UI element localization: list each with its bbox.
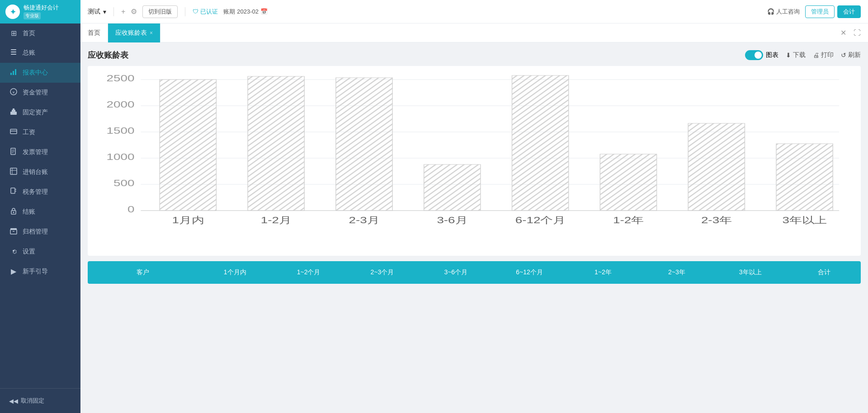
- invoices-icon: [9, 148, 18, 157]
- sidebar-item-guide[interactable]: ▶ 新手引导: [0, 262, 80, 281]
- add-icon[interactable]: +: [121, 8, 125, 16]
- tab-close-icon[interactable]: ×: [150, 30, 153, 36]
- sidebar-item-salary[interactable]: 工资: [0, 122, 80, 142]
- tab-home[interactable]: 首页: [80, 23, 108, 42]
- download-icon: ⬇: [786, 52, 791, 59]
- sidebar-item-home[interactable]: ⊞ 首页: [0, 23, 80, 43]
- sidebar-item-settings[interactable]: 设置: [0, 242, 80, 262]
- guide-icon: ▶: [9, 267, 18, 276]
- cancel-fixed-btn[interactable]: ◀◀ 取消固定: [0, 393, 80, 408]
- sidebar-item-label: 固定资产: [23, 108, 48, 117]
- svg-rect-0: [11, 49, 16, 50]
- refresh-btn[interactable]: ↺ 刷新: [841, 51, 861, 59]
- funds-icon: ¥: [9, 88, 18, 97]
- close-panel-icon[interactable]: ✕: [839, 27, 848, 39]
- svg-text:6-12个月: 6-12个月: [515, 215, 566, 225]
- chevron-down-icon: ▾: [103, 8, 106, 15]
- svg-text:¥: ¥: [12, 90, 15, 94]
- sidebar-item-label: 设置: [23, 248, 35, 256]
- svg-text:1-2月: 1-2月: [261, 215, 292, 225]
- sidebar-item-label: 首页: [23, 29, 35, 38]
- sidebar-item-invoices[interactable]: 发票管理: [0, 142, 80, 162]
- period-info: 账期 2023-02 📅: [223, 8, 268, 16]
- accountant-btn[interactable]: 会计: [837, 5, 861, 18]
- sidebar-item-label: 总账: [23, 49, 35, 57]
- tabs-right: ✕ ⛶: [839, 27, 868, 39]
- table-container: 客户1个月内1~2个月2~3个月3~6个月6~12个月1~2年2~3年3年以上合…: [88, 261, 861, 284]
- divider-2: [185, 7, 185, 16]
- cancel-fixed-icon: ◀◀: [9, 398, 18, 404]
- svg-text:1月内: 1月内: [172, 215, 204, 225]
- svg-rect-45: [512, 75, 569, 211]
- sidebar-item-reports[interactable]: 报表中心: [0, 63, 80, 83]
- tax-icon: [9, 188, 18, 197]
- svg-rect-5: [15, 69, 16, 75]
- manager-btn[interactable]: 管理员: [805, 5, 835, 18]
- sidebar-item-close[interactable]: 结账: [0, 202, 80, 222]
- print-btn[interactable]: 🖨 打印: [813, 51, 834, 59]
- logo-icon: ✦: [5, 5, 20, 19]
- ledger-icon: [9, 48, 18, 57]
- topbar: 测试 ▾ + ⚙ 切到旧版 🛡 已认证 账期 2023-02 📅 🎧 人工咨询 …: [80, 0, 868, 23]
- tab-aging-report[interactable]: 应收账龄表 ×: [108, 23, 160, 42]
- expand-icon[interactable]: ⛶: [852, 27, 863, 39]
- period-label: 账期: [223, 8, 235, 16]
- svg-text:2-3月: 2-3月: [349, 215, 380, 225]
- page-header: 应收账龄表 图表 ⬇ 下载 🖨 打印 ↺ 刷新: [88, 50, 861, 61]
- svg-rect-11: [10, 129, 17, 134]
- sidebar-item-assets[interactable]: 固定资产: [0, 103, 80, 122]
- assets-icon: [9, 108, 18, 117]
- svg-rect-20: [11, 188, 15, 193]
- switch-version-btn[interactable]: 切到旧版: [142, 5, 178, 18]
- topbar-right: 🎧 人工咨询 管理员 会计: [767, 5, 861, 18]
- table-header-cell: 6~12个月: [493, 261, 566, 284]
- table-header-cell: 1~2个月: [272, 261, 345, 284]
- consulting-label: 人工咨询: [776, 8, 800, 16]
- chart-toggle[interactable]: [745, 50, 763, 60]
- svg-text:2000: 2000: [107, 99, 135, 109]
- svg-rect-4: [13, 71, 14, 75]
- sidebar-item-label: 资金管理: [23, 89, 48, 97]
- project-selector[interactable]: 测试 ▾: [88, 8, 106, 16]
- sidebar-item-tax[interactable]: 税务管理: [0, 182, 80, 202]
- chart-container: 0 500 1000 1500 2000 2500: [88, 66, 861, 256]
- svg-text:0: 0: [127, 204, 134, 214]
- inventory-icon: [9, 168, 18, 177]
- refresh-label: 刷新: [848, 51, 861, 59]
- calendar-icon[interactable]: 📅: [260, 8, 268, 15]
- sidebar-item-label: 税务管理: [23, 188, 48, 196]
- sidebar-item-label: 发票管理: [23, 148, 48, 156]
- table-header: 客户1个月内1~2个月2~3个月3~6个月6~12个月1~2年2~3年3年以上合…: [88, 261, 861, 284]
- main-panel: 测试 ▾ + ⚙ 切到旧版 🛡 已认证 账期 2023-02 📅 🎧 人工咨询 …: [80, 0, 868, 413]
- tab-home-label: 首页: [88, 29, 100, 37]
- svg-text:3-6月: 3-6月: [437, 215, 467, 225]
- chart-toggle-label: 图表: [766, 51, 778, 59]
- consulting-btn[interactable]: 🎧 人工咨询: [767, 8, 800, 16]
- svg-text:2-3年: 2-3年: [701, 215, 732, 225]
- table-header-cell: 合计: [787, 261, 861, 284]
- table-header-cell: 1~2年: [566, 261, 640, 284]
- app-name: 畅捷通好会计: [24, 4, 59, 12]
- svg-rect-3: [10, 73, 12, 75]
- tabs-bar: 首页 应收账龄表 × ✕ ⛶: [80, 23, 868, 42]
- download-label: 下载: [793, 51, 806, 59]
- svg-rect-44: [424, 164, 481, 211]
- sidebar-item-funds[interactable]: ¥ 资金管理: [0, 83, 80, 103]
- sidebar-item-archive[interactable]: 归档管理: [0, 222, 80, 242]
- sidebar-item-ledger[interactable]: 总账: [0, 43, 80, 63]
- sidebar-item-label: 结账: [23, 208, 35, 216]
- sidebar-item-inventory[interactable]: 进销台账: [0, 162, 80, 182]
- reports-icon: [9, 68, 18, 77]
- settings-icon[interactable]: ⚙: [131, 7, 137, 16]
- project-name: 测试: [88, 8, 100, 16]
- svg-text:1000: 1000: [107, 152, 135, 162]
- sidebar-item-label: 报表中心: [23, 69, 48, 77]
- chart-toggle-wrap: 图表: [745, 50, 778, 60]
- period-value: 2023-02: [237, 8, 259, 15]
- svg-rect-41: [160, 80, 216, 211]
- content-area: 应收账龄表 图表 ⬇ 下载 🖨 打印 ↺ 刷新: [80, 42, 868, 413]
- download-btn[interactable]: ⬇ 下载: [786, 51, 806, 59]
- svg-rect-10: [13, 108, 14, 110]
- table-header-cell: 1个月内: [198, 261, 272, 284]
- home-icon: ⊞: [9, 29, 18, 38]
